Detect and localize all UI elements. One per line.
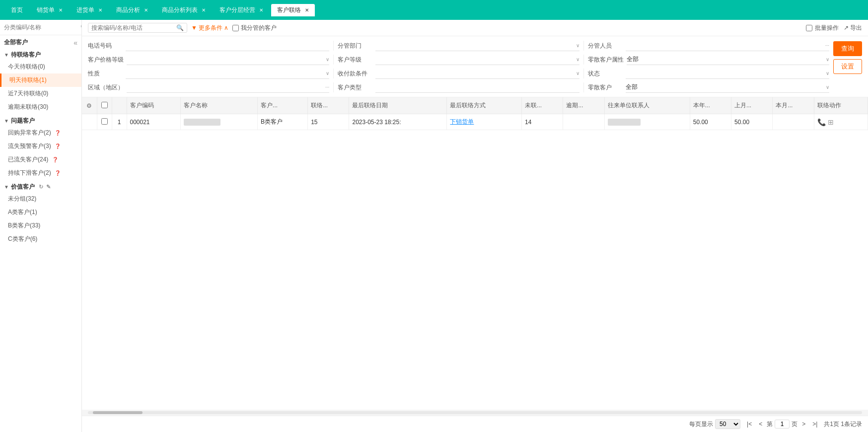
sidebar-item-7day-contact[interactable]: 近7天待联络(0) (0, 87, 81, 100)
nav-product-analysis[interactable]: 商品分析 ✕ (110, 4, 154, 16)
phone-action-icon[interactable]: 📞 (817, 118, 826, 126)
more-filter-btn[interactable]: ▼ 更多条件 ∧ (191, 24, 228, 32)
nav-home[interactable]: 首页 (5, 4, 29, 16)
col-contact-action-header: 联络动作 (814, 97, 868, 114)
content-area: 🔍 ▼ 更多条件 ∧ 我分管的客户 批量操作 ↗ 导出 (82, 20, 868, 432)
footer: 每页显示 50 100 200 |< < 第 页 > >| 共1页 1条记录 (82, 416, 868, 432)
export-btn[interactable]: ↗ 导出 (844, 24, 862, 32)
col-settings-header: ⚙ (82, 97, 97, 114)
col-customer-name-header: 客户名称 (180, 97, 257, 114)
next-page-btn[interactable]: > (799, 420, 808, 429)
nav-customer-contact[interactable]: 客户联络 ✕ (271, 4, 315, 16)
query-button[interactable]: 查询 (833, 41, 862, 56)
per-page-select[interactable]: 50 100 200 (715, 419, 740, 429)
nav-product-analysis-list[interactable]: 商品分析列表 ✕ (156, 4, 212, 16)
sidebar-item-c-class[interactable]: C类客户(6) (0, 232, 81, 246)
batch-action-btn[interactable]: 批量操作 (806, 24, 839, 32)
price-level-select[interactable]: ∨ (127, 54, 329, 65)
sidebar-item-tomorrow-contact[interactable]: 明天待联络(1) (0, 73, 81, 87)
all-customers-label: 全部客户 (4, 38, 28, 47)
nav-product-analysis-close[interactable]: ✕ (144, 7, 148, 13)
page-input[interactable] (775, 420, 790, 429)
all-customers-section[interactable]: 全部客户 « (0, 35, 81, 48)
dept-select[interactable]: ∨ (375, 40, 579, 51)
setting-button[interactable]: 设置 (833, 59, 862, 74)
grid-action-icon[interactable]: ⊞ (828, 118, 834, 126)
sidebar-item-churn-warning[interactable]: 流失预警客户(3) ❓ (0, 140, 81, 153)
search-input[interactable] (91, 24, 176, 31)
select-all-checkbox[interactable] (101, 102, 108, 108)
search-icon[interactable]: 🔍 (176, 24, 184, 31)
settings-icon[interactable]: ⚙ (86, 102, 92, 109)
col-customer-code-header: 客户编码 (127, 97, 180, 114)
sidebar-item-b-class[interactable]: B类客户(33) (0, 219, 81, 232)
nav-customer-tier-close[interactable]: ✕ (259, 7, 263, 13)
nature-select[interactable]: ∨ (126, 68, 329, 79)
customer-level-select[interactable]: ∨ (375, 54, 579, 65)
row-checkbox[interactable] (101, 118, 108, 125)
sidebar-item-declining[interactable]: 持续下滑客户(2) ❓ (0, 166, 81, 180)
person-select[interactable]: ··· (626, 40, 829, 51)
horizontal-scrollbar[interactable] (82, 410, 868, 416)
filter-row-4: 区域（地区） ··· 客户类型 (88, 82, 829, 93)
filter-price-level: 客户价格等级 ∨ (88, 54, 329, 65)
row-contact-action: 📞 ⊞ (814, 114, 868, 130)
row-settings-cell (82, 114, 97, 130)
status-arrow-icon: ∨ (826, 71, 829, 76)
sidebar-item-ungrouped[interactable]: 未分组(32) (0, 192, 81, 206)
pagination-nav: |< < 第 页 > >| (744, 420, 820, 429)
help-icon-2[interactable]: ❓ (52, 157, 58, 162)
refresh-icon[interactable]: ↻ (39, 184, 43, 190)
filter-phone: 电话号码 (88, 40, 329, 51)
region-select[interactable]: ··· (127, 82, 329, 93)
col-this-month-header: 本月... (773, 97, 814, 114)
prev-page-btn[interactable]: < (756, 420, 765, 429)
help-icon-0[interactable]: ❓ (55, 130, 61, 136)
nav-purchase-order-close[interactable]: ✕ (98, 7, 102, 13)
help-icon-3[interactable]: ❓ (55, 170, 61, 176)
filter-status: 状态 ∨ (588, 68, 829, 79)
sidebar-search-input[interactable] (4, 24, 78, 31)
collapse-icon[interactable]: « (73, 39, 77, 47)
sidebar: 🔍 全部客户 « ▼ 待联络客户 今天待联络(0) 明天待联络(1) 近7天待联… (0, 20, 82, 432)
sidebar-item-today-contact[interactable]: 今天待联络(0) (0, 60, 81, 73)
row-this-month (773, 114, 814, 130)
nav-product-analysis-list-close[interactable]: ✕ (202, 7, 206, 13)
filter-retail-attr: 零散客户属性 全部 ∨ (588, 54, 829, 65)
nav-purchase-order[interactable]: 进货单 ✕ (71, 4, 108, 16)
action-icons-wrap: 📞 ⊞ (817, 118, 865, 126)
phone-input[interactable] (126, 40, 329, 51)
first-page-btn[interactable]: |< (744, 420, 754, 429)
status-select[interactable]: ∨ (626, 68, 829, 79)
sidebar-item-repurchase-abnormal[interactable]: 回购异常客户(2) ❓ (0, 126, 81, 140)
retail-customer-select[interactable]: 全部 ∨ (626, 82, 829, 93)
nav-customer-contact-close[interactable]: ✕ (305, 7, 309, 13)
last-contact-method-link[interactable]: 下销货单 (450, 118, 474, 125)
customer-type-select[interactable] (375, 82, 579, 93)
row-last-contact-method: 下销货单 (447, 114, 522, 130)
help-icon-1[interactable]: ❓ (55, 144, 61, 149)
scrollbar-thumb[interactable] (93, 411, 143, 414)
last-page-btn[interactable]: >| (810, 420, 820, 429)
my-customers-checkbox[interactable] (232, 25, 239, 31)
edit-icon[interactable]: ✎ (46, 184, 51, 190)
region-arrow-icon: ··· (325, 84, 329, 90)
col-contact-header: 联络... (308, 97, 349, 114)
batch-checkbox[interactable] (806, 25, 812, 31)
nav-sales-order-close[interactable]: ✕ (59, 7, 63, 13)
divider-6 (583, 69, 584, 78)
row-customer-name: Ea (180, 114, 257, 130)
divider-4 (583, 55, 584, 65)
nav-sales-order[interactable]: 销货单 ✕ (31, 4, 69, 16)
nature-arrow-icon: ∨ (326, 71, 329, 76)
sidebar-item-overdue-contact[interactable]: 逾期未联络(30) (0, 100, 81, 114)
sidebar-item-a-class[interactable]: A类客户(1) (0, 206, 81, 219)
nav-customer-tier[interactable]: 客户分层经营 ✕ (214, 4, 269, 16)
row-customer-code: 000021 (127, 114, 180, 130)
problem-group-label: ▼ 问题客户 (0, 114, 81, 126)
filter-arrow-icon: ∧ (224, 24, 228, 31)
row-last-month: 50.00 (731, 114, 773, 130)
payment-select[interactable]: ∨ (375, 68, 579, 79)
retail-attr-select[interactable]: 全部 ∨ (627, 54, 829, 65)
sidebar-item-churned[interactable]: 已流失客户(24) ❓ (0, 153, 81, 166)
